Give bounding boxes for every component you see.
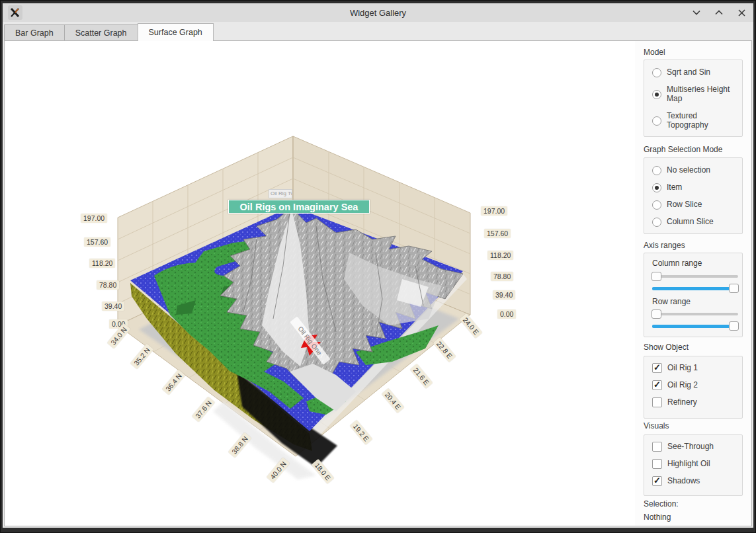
radio-icon[interactable] (652, 116, 661, 126)
radio-icon[interactable] (652, 166, 661, 175)
maximize-button[interactable] (714, 7, 724, 18)
tab-label: Scatter Graph (75, 28, 127, 38)
visuals-group: See-Through Highlight Oil Shadows (644, 434, 743, 496)
selection-label: Selection: (644, 499, 679, 509)
model-group-label: Model (644, 48, 665, 57)
radio-label: Textured Topography (667, 112, 735, 130)
radio-label: Column Slice (667, 218, 714, 227)
slider-handle[interactable] (651, 309, 661, 319)
graph-title-label: Oil Rigs on Imaginary Sea (228, 200, 370, 214)
show-object-group-label: Show Object (644, 343, 689, 352)
tab-surface-graph[interactable]: Surface Graph (138, 23, 214, 41)
window-title: Widget Gallery (3, 8, 753, 18)
control-panel: Model Sqrt and Sin Multiseries Height Ma… (638, 41, 752, 527)
axis-ranges-group: Column range Row range (644, 253, 743, 337)
checkbox-label: Oil Rig 2 (667, 381, 698, 390)
selection-value: Nothing (644, 512, 671, 522)
slider-groove[interactable] (652, 275, 738, 278)
slider-handle[interactable] (729, 284, 739, 293)
checkbox-icon-checked[interactable] (652, 380, 662, 390)
elevation-tick: 197.00 (81, 214, 107, 223)
radio-label: Row Slice (667, 200, 702, 210)
checkbox-oil-rig-2[interactable]: Oil Rig 2 (652, 380, 698, 390)
elevation-tick: 118.20 (89, 259, 115, 268)
surface-plot-3d[interactable]: Oil Rig Two Oil Rigs on Imaginary Sea Oi… (5, 41, 635, 526)
radio-no-selection[interactable]: No selection (652, 166, 710, 175)
elevation-tick: 78.80 (97, 280, 119, 290)
model-group: Sqrt and Sin Multiseries Height Map Text… (644, 60, 743, 137)
oil-rig-two-label[interactable]: Oil Rig Two (269, 189, 292, 198)
tab-scatter-graph[interactable]: Scatter Graph (64, 24, 138, 40)
title-bar[interactable]: Widget Gallery (3, 3, 753, 22)
checkbox-highlight-oil[interactable]: Highlight Oil (652, 459, 710, 469)
tab-widget: Bar Graph Scatter Graph Surface Graph (3, 22, 753, 528)
radio-column-slice[interactable]: Column Slice (652, 218, 714, 227)
slider-groove[interactable] (652, 313, 738, 315)
checkbox-label: Shadows (667, 477, 700, 486)
row-range-max-slider[interactable] (652, 321, 738, 331)
close-button[interactable] (736, 7, 747, 18)
checkbox-refinery[interactable]: Refinery (652, 397, 697, 407)
elevation-tick: 157.60 (84, 237, 110, 247)
radio-textured-topography[interactable]: Textured Topography (652, 112, 735, 130)
axis-ranges-group-label: Axis ranges (644, 241, 685, 250)
radio-icon[interactable] (652, 200, 661, 210)
radio-label: No selection (667, 166, 710, 175)
elevation-tick: 39.40 (102, 302, 124, 311)
checkbox-oil-rig-1[interactable]: Oil Rig 1 (652, 363, 698, 373)
tab-label: Bar Graph (15, 28, 54, 38)
checkbox-icon[interactable] (652, 397, 662, 407)
checkbox-see-through[interactable]: See-Through (652, 442, 714, 452)
radio-sqrt-and-sin[interactable]: Sqrt and Sin (652, 68, 710, 77)
checkbox-icon-checked[interactable] (652, 363, 662, 373)
chevron-down-icon (693, 10, 700, 15)
checkbox-icon-checked[interactable] (652, 476, 662, 486)
radio-icon-selected[interactable] (652, 90, 661, 99)
elevation-tick: 157.60 (484, 229, 511, 238)
elevation-tick: 197.00 (481, 206, 507, 216)
radio-label: Item (667, 183, 682, 192)
selection-mode-group: No selection Item Row Slice Column Slice (644, 157, 743, 234)
checkbox-label: Refinery (667, 398, 697, 407)
column-range-max-slider[interactable] (652, 284, 738, 293)
show-object-group: Oil Rig 1 Oil Rig 2 Refinery (644, 356, 743, 419)
row-range-label: Row range (652, 297, 691, 306)
tab-label: Surface Graph (149, 28, 202, 37)
radio-icon[interactable] (652, 218, 661, 227)
slider-handle[interactable] (651, 272, 661, 281)
slider-handle[interactable] (729, 321, 739, 331)
column-range-min-slider[interactable] (652, 272, 738, 281)
radio-multiseries-height-map[interactable]: Multiseries Height Map (652, 85, 735, 104)
close-icon (738, 9, 745, 17)
checkbox-label: Oil Rig 1 (667, 364, 698, 373)
radio-label: Multiseries Height Map (667, 85, 735, 104)
row-range-min-slider[interactable] (652, 309, 738, 319)
radio-icon-selected[interactable] (652, 183, 661, 192)
checkbox-icon[interactable] (652, 442, 662, 452)
elevation-tick: 0.00 (497, 309, 516, 319)
slider-groove[interactable] (652, 325, 738, 328)
radio-item[interactable]: Item (652, 183, 682, 192)
slider-groove[interactable] (652, 287, 738, 290)
elevation-tick: 78.80 (491, 272, 513, 281)
tab-bar: Bar Graph Scatter Graph Surface Graph (4, 23, 213, 40)
minimize-button[interactable] (691, 7, 702, 18)
column-range-label: Column range (652, 259, 702, 268)
checkbox-shadows[interactable]: Shadows (652, 476, 700, 486)
radio-icon[interactable] (652, 68, 661, 77)
radio-label: Sqrt and Sin (667, 68, 710, 77)
selection-mode-group-label: Graph Selection Mode (644, 145, 722, 154)
elevation-tick: 118.20 (487, 251, 513, 260)
checkbox-label: Highlight Oil (667, 460, 710, 469)
tab-bar-graph[interactable]: Bar Graph (4, 24, 65, 40)
radio-row-slice[interactable]: Row Slice (652, 200, 702, 210)
app-window: Widget Gallery Bar Graph Scatter G (0, 0, 756, 533)
visuals-group-label: Visuals (644, 421, 669, 430)
checkbox-label: See-Through (667, 442, 714, 452)
elevation-tick: 39.40 (493, 290, 515, 300)
checkbox-icon[interactable] (652, 459, 662, 469)
chevron-up-icon (715, 10, 723, 15)
surface-graph-page: Oil Rig Two Oil Rigs on Imaginary Sea Oi… (4, 40, 752, 526)
